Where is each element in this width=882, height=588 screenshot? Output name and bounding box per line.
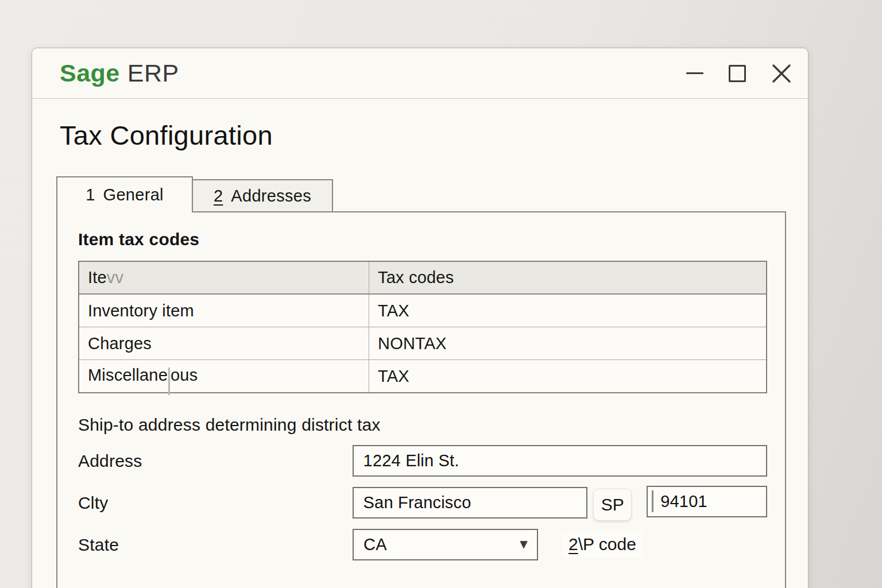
item-cell[interactable]: Miscellaneous: [79, 360, 369, 392]
tax-code-cell[interactable]: NONTAX: [369, 327, 766, 359]
tax-code-cell[interactable]: TAX: [369, 295, 766, 327]
header-item-text: Ite: [88, 268, 107, 287]
table-header-row: Itevv Tax codes: [79, 262, 766, 295]
column-header-item[interactable]: Itevv: [79, 262, 369, 293]
state-label: State: [78, 535, 353, 555]
titlebar: Sage ERP: [32, 48, 808, 99]
city-label: Clty: [78, 493, 353, 513]
ship-to-form: Address 1224 Elin St. Clty San Francisco…: [78, 445, 767, 560]
minimize-icon: [686, 72, 703, 74]
header-tax-text: Tax codes: [378, 268, 454, 287]
city-row: Clty San Francisco SP 94101: [78, 485, 767, 521]
brand-sage: Sage: [60, 59, 120, 87]
maximize-icon: [729, 65, 746, 82]
item-tax-codes-heading: Item tax codes: [78, 230, 767, 249]
sp-button[interactable]: SP: [593, 489, 632, 521]
app-logo: Sage ERP: [60, 59, 179, 87]
close-icon: [771, 63, 792, 84]
item-tax-codes-table: Itevv Tax codes Inventory item TAX Charg…: [78, 261, 767, 393]
tab-addresses[interactable]: 2 Addresses: [192, 179, 333, 212]
tab-general[interactable]: 1 General: [56, 176, 193, 212]
header-item-ghost-text: vv: [107, 268, 123, 287]
general-tab-panel: Item tax codes Itevv Tax codes Inventory…: [56, 211, 786, 588]
table-row[interactable]: Miscellaneous TAX: [79, 360, 766, 392]
city-input[interactable]: San Francisco: [353, 487, 588, 519]
ship-to-heading: Ship-to address determining district tax: [78, 415, 767, 435]
state-row: State CA ▾ 2\P code: [78, 529, 767, 560]
window-controls: [686, 63, 792, 84]
sp-button-label: SP: [601, 495, 624, 514]
tab-addresses-label: Addresses: [231, 187, 311, 206]
text-cursor: [168, 368, 170, 395]
table-row[interactable]: Charges NONTAX: [79, 327, 766, 360]
zip-code-label: 2\P code: [562, 532, 643, 558]
address-value: 1224 Elin St.: [363, 451, 459, 470]
minimize-button[interactable]: [686, 72, 703, 74]
tax-code-cell[interactable]: TAX: [369, 360, 766, 392]
address-row: Address 1224 Elin St.: [78, 445, 767, 477]
tab-general-label: General: [103, 185, 164, 204]
text-cursor: [652, 490, 653, 512]
item-cell[interactable]: Charges: [79, 327, 369, 359]
page-content: Tax Configuration 1 General 2 Addresses …: [32, 119, 808, 588]
brand-erp: ERP: [127, 59, 179, 87]
item-cell[interactable]: Inventory item: [79, 295, 369, 327]
table-row[interactable]: Inventory item TAX: [79, 295, 766, 327]
column-header-tax-codes[interactable]: Tax codes: [369, 262, 766, 293]
city-value: San Francisco: [363, 493, 471, 512]
state-dropdown[interactable]: CA ▾: [353, 529, 538, 560]
chevron-down-icon: ▾: [520, 536, 528, 552]
address-label: Address: [78, 451, 353, 471]
close-button[interactable]: [771, 63, 792, 84]
zip-input[interactable]: 94101: [647, 486, 767, 517]
page-title: Tax Configuration: [60, 119, 808, 151]
tab-bar: 1 General 2 Addresses: [56, 176, 808, 211]
zip-label-accel: 2: [568, 535, 578, 554]
tab-addresses-accel: 2: [214, 187, 223, 206]
maximize-button[interactable]: [729, 65, 746, 82]
address-input[interactable]: 1224 Elin St.: [353, 445, 767, 477]
state-value: CA: [363, 535, 387, 554]
app-window: Sage ERP Tax Configuration 1 General: [32, 48, 808, 588]
zip-value: 94101: [660, 492, 707, 511]
tab-general-accel: 1: [86, 185, 95, 204]
zip-label-text: \P code: [578, 535, 636, 554]
